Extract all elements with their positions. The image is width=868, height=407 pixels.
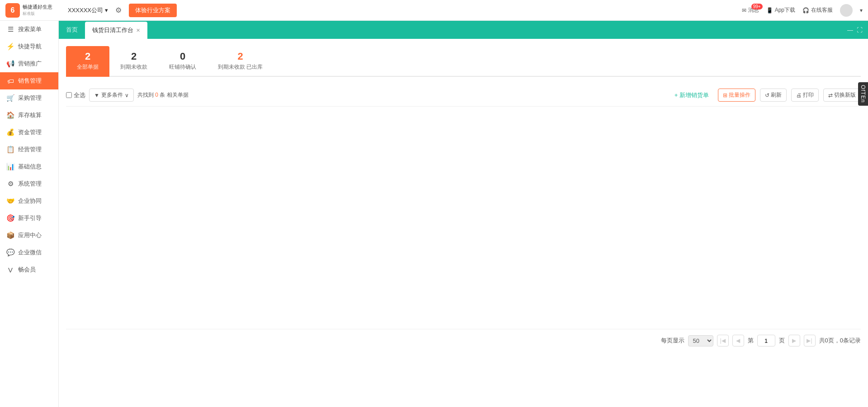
card-overdue[interactable]: 2 到期未收款 xyxy=(109,46,158,77)
sidebar-item-system[interactable]: ⚙ 系统管理 xyxy=(0,175,58,192)
app-name: 畅捷通好生意 xyxy=(23,4,52,10)
sidebar-item-inventory[interactable]: 🏠 库存核算 xyxy=(0,107,58,124)
sidebar-label-search-menu: 搜索菜单 xyxy=(18,25,42,33)
sidebar-label-purchase: 采购管理 xyxy=(18,94,42,102)
pagination: 每页显示 50 100 200 |◀ ◀ 第 页 ▶ ▶| 共0页，0条记录 xyxy=(66,329,861,352)
card-shipped-number: 2 xyxy=(218,51,263,62)
sidebar-icon-finance: 💰 xyxy=(6,128,14,136)
message-badge: 99+ xyxy=(751,4,763,9)
switch-label: 切换新版 xyxy=(834,91,856,99)
card-shipped[interactable]: 2 到期未收款 已出库 xyxy=(207,46,274,77)
card-overdue-label: 到期未收款 xyxy=(120,63,147,71)
sidebar-item-enterprise-coop[interactable]: 🤝 企业协同 xyxy=(0,192,58,210)
sidebar-icon-marketing: 📢 xyxy=(6,60,14,68)
sidebar-item-search-menu[interactable]: ☰ 搜索菜单 xyxy=(0,21,58,38)
tab-minimize-icon[interactable]: — xyxy=(847,27,853,33)
sidebar-icon-enterprise-coop: 🤝 xyxy=(6,197,14,205)
app-download-label: App下载 xyxy=(775,6,795,14)
select-all-input[interactable] xyxy=(66,92,72,98)
phone-icon: 📱 xyxy=(766,7,773,14)
found-prefix: 共找到 xyxy=(137,92,154,98)
sidebar-label-sales: 销售管理 xyxy=(18,77,42,85)
print-label: 打印 xyxy=(803,91,814,99)
sidebar-item-finance[interactable]: 💰 资金管理 xyxy=(0,124,58,141)
company-selector[interactable]: XXXXXX公司 ▾ xyxy=(64,5,112,16)
card-overdue-number: 2 xyxy=(120,51,147,62)
switch-icon: ⇄ xyxy=(828,92,833,98)
sidebar-icon-system: ⚙ xyxy=(6,180,14,188)
app-header: 6 畅捷通好生意 标准版 XXXXXX公司 ▾ ⚙ 体验行业方案 ✉ 消息 99… xyxy=(0,0,868,21)
found-suffix: 相关单据 xyxy=(167,92,189,98)
sidebar: ☰ 搜索菜单 ⚡ 快捷导航 📢 营销推广 🏷 销售管理 🛒 采购管理 🏠 库存核… xyxy=(0,0,59,407)
batch-operation-button[interactable]: ⊞ 批量操作 xyxy=(718,89,755,102)
online-service-label: 在线客服 xyxy=(811,6,833,14)
sidebar-item-wechat-work[interactable]: 💬 企业微信 xyxy=(0,244,58,261)
toolbar-left: 全选 ▼ 更多条件 ∨ 共找到 0 条 相关单据 xyxy=(66,89,666,102)
sidebar-label-marketing: 营销推广 xyxy=(18,60,42,68)
sidebar-icon-member: V xyxy=(6,266,14,274)
tab-close-icon[interactable]: ✕ xyxy=(136,28,140,33)
grid-icon: ⊞ xyxy=(723,92,727,98)
sidebar-label-inventory: 库存核算 xyxy=(18,111,42,119)
page-input[interactable] xyxy=(757,335,775,346)
sidebar-label-finance: 资金管理 xyxy=(18,128,42,136)
sidebar-item-basic-info[interactable]: 📊 基础信息 xyxy=(0,158,58,175)
prev-page-button[interactable]: ◀ xyxy=(732,335,744,346)
chevron-down-icon: ∨ xyxy=(125,92,129,98)
per-page-select[interactable]: 50 100 200 xyxy=(688,335,713,346)
sidebar-item-guide[interactable]: 🎯 新手引导 xyxy=(0,210,58,227)
sidebar-label-wechat-work: 企业微信 xyxy=(18,248,42,257)
tab-home[interactable]: 首页 xyxy=(59,21,85,39)
logo-icon: 6 xyxy=(5,3,20,18)
sidebar-icon-purchase: 🛒 xyxy=(6,94,14,102)
sidebar-label-operations: 经营管理 xyxy=(18,145,42,154)
sidebar-item-operations[interactable]: 📋 经营管理 xyxy=(0,141,58,158)
next-page-button[interactable]: ▶ xyxy=(788,335,800,346)
chevron-down-icon: ▾ xyxy=(860,7,863,14)
chevron-down-icon: ▾ xyxy=(105,7,108,14)
often-tag[interactable]: OfTEn xyxy=(858,82,868,106)
sidebar-item-purchase[interactable]: 🛒 采购管理 xyxy=(0,89,58,107)
last-page-button[interactable]: ▶| xyxy=(804,335,816,346)
sidebar-item-member[interactable]: V 畅会员 xyxy=(0,261,58,278)
switch-version-button[interactable]: ⇄ 切换新版 xyxy=(823,89,861,102)
new-sale-button[interactable]: + 新增销货单 xyxy=(670,89,713,102)
total-info: 共0页，0条记录 xyxy=(819,337,861,345)
print-icon: 🖨 xyxy=(796,92,802,98)
sidebar-label-basic-info: 基础信息 xyxy=(18,163,42,171)
refresh-button[interactable]: ↺ 刷新 xyxy=(760,89,787,102)
print-button[interactable]: 🖨 打印 xyxy=(791,89,819,102)
sidebar-item-app-center[interactable]: 📦 应用中心 xyxy=(0,227,58,244)
online-service-button[interactable]: 🎧 在线客服 xyxy=(802,6,833,14)
avatar[interactable] xyxy=(840,4,853,17)
filter-button[interactable]: ▼ 更多条件 ∨ xyxy=(89,89,134,102)
card-all-number: 2 xyxy=(77,51,99,62)
select-all-checkbox[interactable]: 全选 xyxy=(66,91,85,99)
trial-button[interactable]: 体验行业方案 xyxy=(129,4,177,17)
card-wangpu[interactable]: 0 旺铺待确认 xyxy=(158,46,207,77)
user-menu[interactable]: ▾ xyxy=(860,7,863,14)
per-page-label: 每页显示 xyxy=(661,337,684,345)
tab-bar: 首页 钱货日清工作台 ✕ — ⛶ xyxy=(59,21,868,39)
sidebar-item-sales[interactable]: 🏷 销售管理 xyxy=(0,72,58,89)
batch-label: 批量操作 xyxy=(729,91,750,99)
sidebar-label-app-center: 应用中心 xyxy=(18,231,42,239)
sidebar-label-guide: 新手引导 xyxy=(18,214,42,222)
sidebar-item-marketing[interactable]: 📢 营销推广 xyxy=(0,55,58,72)
sidebar-label-member: 畅会员 xyxy=(18,266,36,274)
page-label: 第 xyxy=(748,337,754,345)
app-download-button[interactable]: 📱 App下载 xyxy=(766,6,795,14)
filter-icon: ▼ xyxy=(94,92,99,98)
tab-expand-icon[interactable]: ⛶ xyxy=(857,27,863,33)
first-page-button[interactable]: |◀ xyxy=(717,335,729,346)
filter-label: 更多条件 xyxy=(101,91,123,99)
message-icon: ✉ xyxy=(742,7,746,14)
sidebar-item-quick-nav[interactable]: ⚡ 快捷导航 xyxy=(0,38,58,55)
message-button[interactable]: ✉ 消息 99+ xyxy=(742,6,759,14)
found-text: 共找到 0 条 相关单据 xyxy=(137,91,189,99)
settings-icon[interactable]: ⚙ xyxy=(112,4,125,17)
sidebar-icon-quick-nav: ⚡ xyxy=(6,42,14,51)
tab-work-bench[interactable]: 钱货日清工作台 ✕ xyxy=(85,22,147,39)
table-area xyxy=(66,112,861,329)
card-all[interactable]: 2 全部单据 xyxy=(66,46,109,77)
